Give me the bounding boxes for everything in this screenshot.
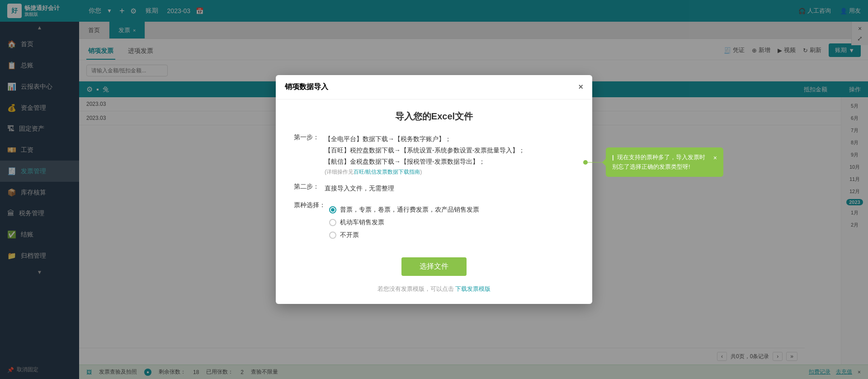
modal-body: 导入您的Excel文件 第一步： 【全电平台】数据下载→【税务数字账户】； 【百… <box>276 99 592 304</box>
step1-line1: 【全电平台】数据下载→【税务数字账户】； <box>325 133 525 145</box>
tooltip-bubble: × | 现在支持的票种多了，导入发票时别忘了选择正确的发票类型呀! <box>606 147 723 177</box>
step1-line2: 【百旺】税控盘数据下载→【系统设置-系统参数设置-发票批量导入】； <box>325 145 525 156</box>
step1-note: (详细操作见百旺/航信发票数据下载指南) <box>325 167 525 177</box>
radio-label-3: 不开票 <box>340 231 359 239</box>
modal-content-title: 导入您的Excel文件 <box>294 110 574 123</box>
step1-label: 第一步： <box>294 133 319 177</box>
modal-footer-note: 若您没有发票模版，可以点击 下载发票模版 <box>294 285 574 293</box>
modal-title: 销项数据导入 <box>285 82 328 92</box>
radio-label-2: 机动车销售发票 <box>340 218 384 227</box>
modal: 销项数据导入 × 导入您的Excel文件 第一步： 【全电平台】数据下载→【税务… <box>276 75 592 304</box>
step2-content: 直接导入文件，无需整理 <box>325 183 394 194</box>
radio-btn-3[interactable] <box>329 232 336 239</box>
step2-row: 第二步： 直接导入文件，无需整理 <box>294 183 574 194</box>
radio-row-1: 普票，专票，卷票，通行费发票，农产品销售发票 <box>329 206 479 214</box>
ticket-selection: 票种选择： 普票，专票，卷票，通行费发票，农产品销售发票 机动车销售发票 不开票 <box>294 201 574 248</box>
modal-close-btn[interactable]: × <box>578 82 583 92</box>
tooltip-close-btn[interactable]: × <box>713 153 717 163</box>
modal-header: 销项数据导入 × <box>276 75 592 99</box>
step1-line3: 【航信】金税盘数据下载→【报税管理-发票数据导出】； <box>325 156 525 167</box>
tooltip-line <box>587 162 606 162</box>
modal-overlay: 销项数据导入 × 导入您的Excel文件 第一步： 【全电平台】数据下载→【税务… <box>0 0 868 379</box>
footer-note-text: 若您没有发票模版，可以点击 <box>377 285 454 292</box>
step2-label: 第二步： <box>294 183 319 194</box>
radio-group: 普票，专票，卷票，通行费发票，农产品销售发票 机动车销售发票 不开票 <box>329 206 479 244</box>
radio-btn-1[interactable] <box>329 206 336 213</box>
step1-guide-link[interactable]: 百旺/航信发票数据下载指南 <box>354 169 420 175</box>
ticket-label: 票种选择： <box>294 201 326 209</box>
step1-content: 【全电平台】数据下载→【税务数字账户】； 【百旺】税控盘数据下载→【系统设置-系… <box>325 133 525 177</box>
download-template-link[interactable]: 下载发票模版 <box>455 285 491 292</box>
radio-row-2: 机动车销售发票 <box>329 218 479 227</box>
step1-row: 第一步： 【全电平台】数据下载→【税务数字账户】； 【百旺】税控盘数据下载→【系… <box>294 133 574 177</box>
radio-label-1: 普票，专票，卷票，通行费发票，农产品销售发票 <box>340 206 479 214</box>
select-file-btn[interactable]: 选择文件 <box>401 257 467 276</box>
radio-row-3: 不开票 <box>329 231 479 239</box>
radio-btn-2[interactable] <box>329 219 336 226</box>
tooltip-text: 现在支持的票种多了，导入发票时别忘了选择正确的发票类型呀! <box>612 154 705 170</box>
